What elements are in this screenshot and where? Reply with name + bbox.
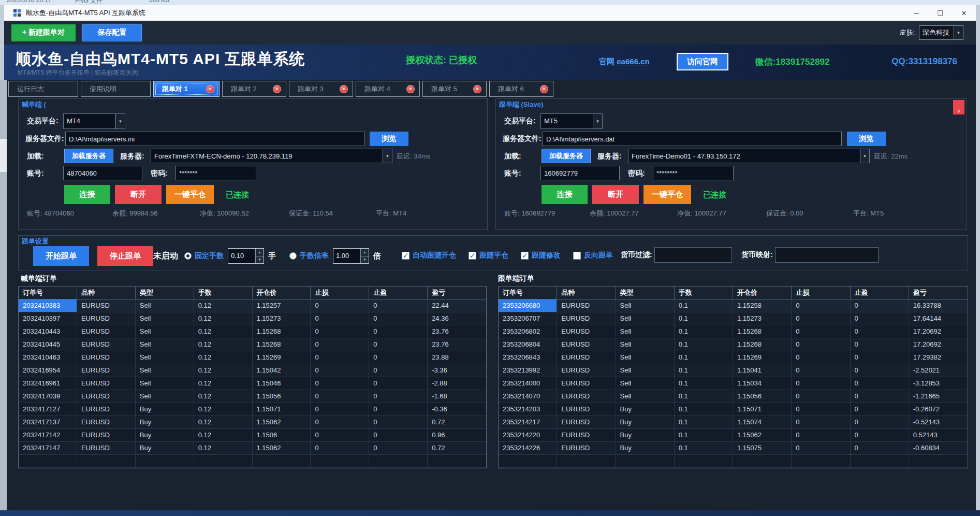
cell[interactable]: 0 (792, 351, 850, 364)
cell[interactable]: 0 (851, 351, 909, 364)
cell[interactable]: 0 (311, 429, 369, 442)
column-header[interactable]: 止损 (311, 286, 369, 299)
column-header[interactable]: 品种 (77, 286, 136, 299)
cell[interactable]: 0 (369, 351, 428, 364)
cell[interactable]: 0 (851, 364, 909, 377)
close-tab-icon[interactable]: ✕ (406, 85, 415, 93)
master-browse-button[interactable]: 浏览 (370, 132, 408, 146)
cell[interactable]: 0 (792, 390, 850, 403)
master-server-file-input[interactable] (65, 132, 364, 146)
cell[interactable]: EURUSD (77, 390, 136, 403)
order-row[interactable]: 2353214226EURUSDBuy0.11.1507500-0.60834 (499, 442, 968, 455)
cell[interactable]: -0.26072 (909, 403, 968, 416)
tab-跟单对-1[interactable]: 跟单对 1✕ (153, 81, 220, 97)
cell[interactable]: 0 (851, 377, 909, 390)
cell[interactable]: 1.15046 (253, 377, 311, 390)
radio-unselected-icon[interactable] (289, 252, 297, 260)
column-header[interactable]: 手数 (194, 286, 253, 299)
cell[interactable]: 0.1 (675, 403, 733, 416)
cell[interactable]: 0.72 (428, 442, 486, 455)
cell[interactable]: 0 (369, 442, 428, 455)
cell[interactable]: 2353206804 (499, 338, 557, 351)
spinner-up-icon[interactable]: ▲ (256, 249, 264, 256)
lot-value-spinner[interactable]: 1.00▲▼ (333, 248, 369, 264)
close-tab-icon[interactable]: ✕ (473, 85, 481, 93)
cell[interactable]: 0 (792, 403, 850, 416)
cell[interactable]: EURUSD (77, 338, 136, 351)
cell[interactable]: 2353214226 (499, 442, 557, 455)
cell[interactable]: Sell (616, 351, 675, 364)
cell[interactable]: 1.15056 (733, 390, 792, 403)
cell[interactable]: -0.52143 (909, 416, 968, 429)
master-disconnect-button[interactable]: 断开 (115, 185, 162, 204)
cell[interactable]: 1.15074 (733, 416, 792, 429)
cell[interactable]: Sell (136, 338, 194, 351)
lot-value-spinner[interactable]: 0.10▲▼ (228, 248, 264, 264)
cell[interactable]: 0 (792, 299, 850, 312)
cell[interactable]: -1.68 (428, 390, 486, 403)
cell[interactable]: EURUSD (77, 403, 136, 416)
cell[interactable]: 0 (792, 377, 850, 390)
cell[interactable]: 23.76 (428, 338, 486, 351)
cell[interactable]: -0.36 (428, 403, 486, 416)
slave-server-file-input[interactable] (543, 132, 842, 146)
cell[interactable]: Sell (616, 325, 675, 338)
cell[interactable]: 0.12 (194, 403, 253, 416)
cell[interactable]: EURUSD (557, 442, 616, 455)
cell[interactable]: 0.12 (194, 338, 253, 351)
cell[interactable]: Sell (616, 312, 675, 325)
stop-follow-button[interactable]: 停止跟单 (97, 246, 153, 266)
cell[interactable]: EURUSD (77, 364, 136, 377)
cell[interactable]: 0 (792, 364, 850, 377)
cell[interactable]: -2.52021 (909, 364, 968, 377)
cell[interactable]: 0 (369, 377, 428, 390)
column-header[interactable]: 订单号 (19, 286, 77, 299)
cell[interactable]: EURUSD (77, 351, 136, 364)
cell[interactable]: 1.15075 (733, 442, 792, 455)
cell[interactable]: EURUSD (557, 325, 616, 338)
cell[interactable]: 0.12 (194, 325, 253, 338)
cell[interactable]: 1.15273 (253, 312, 311, 325)
tab-运行日志[interactable]: 运行日志 (8, 81, 78, 97)
cell[interactable]: 1.15268 (733, 325, 792, 338)
master-password-input[interactable] (175, 166, 256, 180)
slave-load-servers-button[interactable]: 加载服务器 (542, 149, 591, 163)
cell[interactable]: 0 (311, 299, 369, 312)
cell[interactable]: 1.15268 (733, 338, 792, 351)
column-header[interactable]: 品种 (557, 286, 616, 299)
cell[interactable]: 0.96 (428, 429, 486, 442)
cell[interactable]: 1.15269 (733, 351, 792, 364)
cell[interactable]: EURUSD (557, 390, 616, 403)
cell[interactable]: 0.12 (194, 364, 253, 377)
order-row[interactable]: 2032416954EURUSDSell0.121.1504200-3.36 (19, 364, 486, 377)
cell[interactable]: 2032417142 (19, 429, 77, 442)
currency-map-input[interactable] (775, 247, 879, 263)
cell[interactable]: Buy (616, 403, 675, 416)
cell[interactable]: EURUSD (77, 325, 136, 338)
order-row[interactable]: 2353206843EURUSDSell0.11.152690017.29382 (499, 351, 968, 364)
cell[interactable]: EURUSD (77, 429, 136, 442)
cell[interactable]: Buy (616, 442, 675, 455)
cell[interactable]: 2032416961 (19, 377, 77, 390)
order-row[interactable]: 2353214217EURUSDBuy0.11.1507400-0.52143 (499, 416, 968, 429)
cell[interactable]: 0 (369, 325, 428, 338)
tab-跟单对-2[interactable]: 跟单对 2✕ (222, 81, 286, 97)
radio-selected-icon[interactable] (184, 252, 192, 260)
cell[interactable]: Sell (616, 338, 675, 351)
cell[interactable]: 2032417137 (19, 416, 77, 429)
cell[interactable]: Buy (136, 442, 194, 455)
cell[interactable]: Sell (136, 390, 194, 403)
cell[interactable]: -0.60834 (909, 442, 968, 455)
cell[interactable]: 0.1 (675, 377, 733, 390)
cell[interactable]: 2032410383 (19, 299, 77, 312)
cell[interactable]: 2353214203 (499, 403, 557, 416)
order-row[interactable]: 2032416961EURUSDSell0.121.1504600-2.88 (19, 377, 486, 390)
cell[interactable]: 1.15062 (253, 442, 311, 455)
order-row[interactable]: 2353206680EURUSDSell0.11.152580016.33788 (499, 299, 968, 312)
cell[interactable]: 2353214000 (499, 377, 557, 390)
currency-filter-input[interactable] (654, 247, 732, 263)
cell[interactable]: 2353206680 (499, 299, 557, 312)
cell[interactable]: 2032417147 (19, 442, 77, 455)
cell[interactable]: 0 (792, 325, 850, 338)
cell[interactable]: Buy (136, 416, 194, 429)
